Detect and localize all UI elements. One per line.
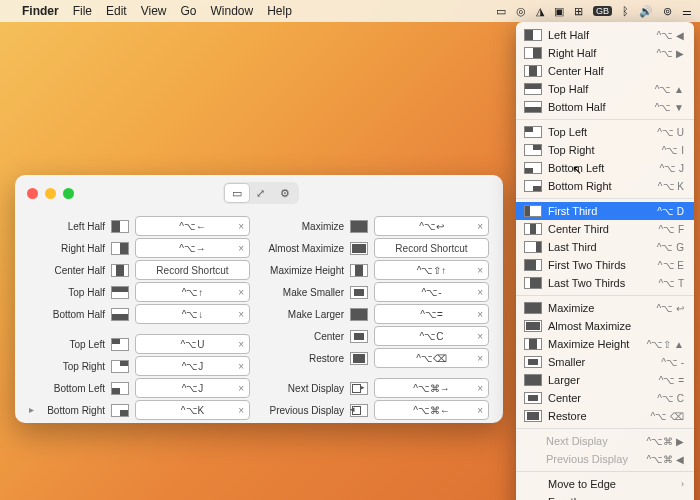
- menu-item[interactable]: Next Display^⌥⌘ ▶: [516, 432, 694, 450]
- shortcut-field[interactable]: ^⌥←×: [135, 216, 250, 236]
- layout-icon: [524, 83, 542, 95]
- menu-item[interactable]: Bottom Half^⌥ ▼: [516, 98, 694, 116]
- shortcut-field[interactable]: ^⌥K×: [135, 400, 250, 420]
- menu-item[interactable]: Move to Edge›: [516, 475, 694, 493]
- app-menu[interactable]: Finder: [22, 4, 59, 18]
- clear-icon[interactable]: ×: [238, 243, 244, 254]
- menu-item[interactable]: Center Third^⌥ F: [516, 220, 694, 238]
- shortcut-field[interactable]: ^⌥⌫×: [374, 348, 489, 368]
- menu-item[interactable]: Almost Maximize: [516, 317, 694, 335]
- layout-icon: [524, 47, 542, 59]
- menu-item[interactable]: Restore^⌥ ⌫: [516, 407, 694, 425]
- menu-item[interactable]: Previous Display^⌥⌘ ◀: [516, 450, 694, 468]
- menu-item[interactable]: Center^⌥ C: [516, 389, 694, 407]
- layout-icon: [524, 144, 542, 156]
- menu-item[interactable]: Bottom Right^⌥ K: [516, 177, 694, 195]
- status-icon[interactable]: ◮: [536, 5, 544, 18]
- clear-icon[interactable]: ×: [477, 221, 483, 232]
- layout-icon: [350, 382, 368, 395]
- shortcut-field[interactable]: Record Shortcut: [135, 260, 250, 280]
- clear-icon[interactable]: ×: [477, 287, 483, 298]
- menu-item[interactable]: Left Half^⌥ ◀: [516, 26, 694, 44]
- clear-icon[interactable]: ×: [477, 265, 483, 276]
- shortcut-label: Top Right: [29, 361, 105, 372]
- clear-icon[interactable]: ×: [477, 383, 483, 394]
- menu-label: Top Right: [548, 144, 656, 156]
- menu-item[interactable]: Top Right^⌥ I: [516, 141, 694, 159]
- shortcut-row: Bottom Right ^⌥K×: [29, 399, 250, 421]
- control-center-icon[interactable]: ⚌: [682, 5, 692, 18]
- menu-help[interactable]: Help: [267, 4, 292, 18]
- shortcut-field[interactable]: ^⌥J×: [135, 356, 250, 376]
- menu-label: First Third: [548, 205, 651, 217]
- shortcut-field[interactable]: ^⌥⌘→×: [374, 378, 489, 398]
- menu-item[interactable]: First Two Thirds^⌥ E: [516, 256, 694, 274]
- clear-icon[interactable]: ×: [238, 339, 244, 350]
- menu-label: Right Half: [548, 47, 651, 59]
- clear-icon[interactable]: ×: [238, 405, 244, 416]
- menu-item[interactable]: Top Half^⌥ ▲: [516, 80, 694, 98]
- bluetooth-icon[interactable]: ᛒ: [622, 5, 629, 17]
- shortcut-field[interactable]: ^⌥↓×: [135, 304, 250, 324]
- menu-item[interactable]: Top Left^⌥ U: [516, 123, 694, 141]
- zoom-button[interactable]: [63, 188, 74, 199]
- shortcut-field[interactable]: ^⌥-×: [374, 282, 489, 302]
- layout-icon: [524, 374, 542, 386]
- shortcut-field[interactable]: ^⌥↩×: [374, 216, 489, 236]
- menu-file[interactable]: File: [73, 4, 92, 18]
- menu-label: Center Half: [548, 65, 684, 77]
- shortcut-label: Center Half: [29, 265, 105, 276]
- minimize-button[interactable]: [45, 188, 56, 199]
- menu-item[interactable]: Smaller^⌥ -: [516, 353, 694, 371]
- clear-icon[interactable]: ×: [238, 287, 244, 298]
- menu-item[interactable]: Larger^⌥ =: [516, 371, 694, 389]
- clear-icon[interactable]: ×: [477, 353, 483, 364]
- shortcut-field[interactable]: ^⌥C×: [374, 326, 489, 346]
- close-button[interactable]: [27, 188, 38, 199]
- rectangle-status-icon[interactable]: ▭: [496, 5, 506, 18]
- disclosure-triangle[interactable]: ▸: [29, 404, 34, 415]
- clear-icon[interactable]: ×: [238, 309, 244, 320]
- shortcut-label: Next Display: [268, 383, 344, 394]
- shortcut-field[interactable]: ^⌥→×: [135, 238, 250, 258]
- clear-icon[interactable]: ×: [238, 361, 244, 372]
- menu-item[interactable]: Center Half: [516, 62, 694, 80]
- tab-settings[interactable]: ⚙: [273, 184, 297, 202]
- menu-item[interactable]: Maximize^⌥ ↩: [516, 299, 694, 317]
- toolbar-tabs[interactable]: ▭ ⤢ ⚙: [223, 182, 299, 204]
- tab-snap[interactable]: ⤢: [249, 184, 273, 202]
- menu-item[interactable]: Bottom Left^⌥ J: [516, 159, 694, 177]
- menu-item[interactable]: Last Third^⌥ G: [516, 238, 694, 256]
- clear-icon[interactable]: ×: [477, 405, 483, 416]
- shortcut-field[interactable]: ^⌥↑×: [135, 282, 250, 302]
- status-icon[interactable]: GB: [593, 6, 612, 16]
- shortcut-field[interactable]: ^⌥⇧↑×: [374, 260, 489, 280]
- menu-window[interactable]: Window: [211, 4, 254, 18]
- layout-icon: [524, 101, 542, 113]
- shortcut-field[interactable]: ^⌥⌘←×: [374, 400, 489, 420]
- menu-item[interactable]: Maximize Height^⌥⇧ ▲: [516, 335, 694, 353]
- status-icon[interactable]: ▣: [554, 5, 564, 18]
- clear-icon[interactable]: ×: [238, 221, 244, 232]
- shortcut-field[interactable]: ^⌥=×: [374, 304, 489, 324]
- shortcut-field[interactable]: Record Shortcut: [374, 238, 489, 258]
- menu-item[interactable]: First Third^⌥ D: [516, 202, 694, 220]
- clear-icon[interactable]: ×: [477, 309, 483, 320]
- wifi-icon[interactable]: ⊚: [663, 5, 672, 18]
- volume-icon[interactable]: 🔊: [639, 5, 653, 18]
- menu-item[interactable]: Fourths›: [516, 493, 694, 500]
- clear-icon[interactable]: ×: [238, 383, 244, 394]
- menu-go[interactable]: Go: [181, 4, 197, 18]
- status-icon[interactable]: ◎: [516, 5, 526, 18]
- shortcut-field[interactable]: ^⌥J×: [135, 378, 250, 398]
- menu-shortcut: ^⌥⌘ ◀: [647, 454, 684, 465]
- menu-item[interactable]: Right Half^⌥ ▶: [516, 44, 694, 62]
- shortcut-field[interactable]: ^⌥U×: [135, 334, 250, 354]
- status-icon[interactable]: ⊞: [574, 5, 583, 18]
- menu-item[interactable]: Last Two Thirds^⌥ T: [516, 274, 694, 292]
- menu-edit[interactable]: Edit: [106, 4, 127, 18]
- menu-separator: [516, 428, 694, 429]
- menu-view[interactable]: View: [141, 4, 167, 18]
- tab-shortcuts[interactable]: ▭: [225, 184, 249, 202]
- clear-icon[interactable]: ×: [477, 331, 483, 342]
